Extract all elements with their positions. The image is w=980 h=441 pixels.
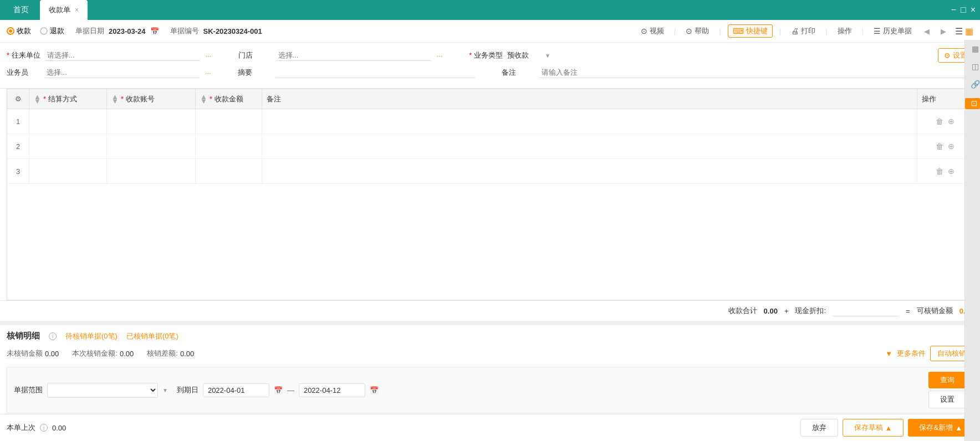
- sort-arrows-account: ▲▼: [111, 95, 119, 104]
- store-input[interactable]: [276, 50, 431, 61]
- query-btn[interactable]: 查询: [928, 372, 966, 388]
- sort-arrows-settlement: ▲▼: [34, 95, 41, 104]
- td-amount-2[interactable]: [196, 134, 262, 158]
- operation-btn[interactable]: 操作: [834, 25, 855, 37]
- sidebar-active-icon[interactable]: ⊡: [965, 98, 980, 109]
- help-btn[interactable]: ⊙ 帮助: [682, 25, 712, 37]
- date-from-input[interactable]: [203, 383, 269, 397]
- td-remark-1[interactable]: [262, 109, 917, 134]
- bottom-notice-label: 本单上次: [7, 423, 35, 433]
- staff-more-icon[interactable]: ···: [205, 69, 211, 77]
- tab-close-icon[interactable]: ×: [75, 6, 79, 14]
- grid-view-icon[interactable]: ▦: [965, 26, 973, 37]
- sidebar-table-icon[interactable]: ▦: [965, 44, 980, 53]
- table-row: 3 🗑 ⊕: [7, 159, 973, 184]
- cancel-diff-label: 核销差额:: [147, 348, 178, 358]
- td-amount-1[interactable]: [196, 109, 262, 134]
- row-copy-icon-3[interactable]: ⊕: [948, 167, 955, 176]
- discard-btn[interactable]: 放弃: [800, 419, 838, 437]
- doc-num-section: 单据编号 SK-20230324-001: [170, 26, 262, 36]
- discount-input[interactable]: [833, 305, 899, 316]
- date-to-input[interactable]: [299, 383, 365, 397]
- biz-type-value: 预收款: [507, 50, 540, 60]
- save-new-btn[interactable]: 保存&新增 ▲: [908, 419, 973, 437]
- td-remark-3[interactable]: [262, 159, 917, 183]
- print-btn[interactable]: 🖨 打印: [788, 25, 819, 37]
- net-label: 可核销金额: [917, 306, 953, 316]
- tab-home[interactable]: 首页: [4, 0, 38, 20]
- current-cancel-label: 本次核销金额:: [72, 348, 118, 358]
- td-account-1[interactable]: [107, 109, 196, 134]
- shortcut-icon: ⌨: [733, 27, 744, 35]
- help-icon: ⊙: [686, 27, 692, 35]
- radio-refund[interactable]: 退款: [40, 26, 64, 36]
- date-range-field: 到期日 📅 — 📅: [177, 383, 379, 397]
- bottom-notice-value: 0.00: [52, 424, 66, 432]
- main-content: 收款 退款 单据日期 2023-03-24 📅 单据编号 SK-20230324…: [0, 20, 980, 441]
- td-settlement-3[interactable]: [29, 159, 107, 183]
- row-delete-icon-2[interactable]: 🗑: [936, 142, 943, 151]
- save-draft-btn[interactable]: 保存草稿 ▲: [843, 419, 904, 437]
- cancel-diff-value: 0.00: [180, 350, 194, 358]
- window-close-icon[interactable]: ×: [971, 5, 976, 15]
- row-delete-icon-1[interactable]: 🗑: [936, 117, 943, 126]
- th-account: ▲▼ 收款账号: [107, 89, 196, 109]
- verify-tab-pending[interactable]: 待核销单据(0笔): [65, 331, 118, 341]
- query-buttons: 查询 设置: [928, 372, 966, 408]
- verify-info-icon[interactable]: i: [49, 332, 57, 340]
- bottom-info-icon[interactable]: i: [40, 424, 48, 432]
- nav-next-icon[interactable]: ▶: [938, 27, 948, 35]
- calendar-icon[interactable]: 📅: [150, 27, 159, 35]
- counterparty-input[interactable]: [45, 50, 200, 61]
- td-remark-2[interactable]: [262, 134, 917, 158]
- toolbar-right: ⊙ 视频 | ⊙ 帮助 | ⌨ 快捷键 | 🖨 打印 | 操作 |: [637, 24, 973, 38]
- row-delete-icon-3[interactable]: 🗑: [936, 167, 943, 176]
- window-maximize-icon[interactable]: □: [961, 5, 966, 15]
- row-copy-icon-2[interactable]: ⊕: [948, 142, 955, 151]
- verify-tab-done[interactable]: 已核销单据(0笔): [126, 331, 178, 341]
- filter-icon[interactable]: ▼: [885, 350, 892, 358]
- td-account-2[interactable]: [107, 134, 196, 158]
- remark-label: 备注: [502, 68, 535, 78]
- td-settlement-2[interactable]: [29, 134, 107, 158]
- save-new-chevron-icon: ▲: [955, 424, 962, 432]
- td-settlement-1[interactable]: [29, 109, 107, 134]
- sidebar-link-icon[interactable]: 🔗: [965, 80, 980, 89]
- range-select[interactable]: [47, 383, 158, 398]
- td-account-3[interactable]: [107, 159, 196, 183]
- sidebar-doc-icon[interactable]: ◫: [965, 62, 980, 71]
- video-btn[interactable]: ⊙ 视频: [637, 25, 667, 37]
- summary-label: 摘要: [238, 68, 271, 78]
- counterparty-more-icon[interactable]: ···: [206, 52, 212, 60]
- table-settings-icon[interactable]: ⚙: [7, 89, 29, 109]
- history-btn[interactable]: ☰ 历史单据: [870, 25, 915, 37]
- filter-row: 单据范围 ▼ 到期日 📅 — 📅 查询 设置: [7, 367, 973, 413]
- list-view-icon[interactable]: ☰: [955, 26, 963, 37]
- radio-receipt[interactable]: 收款: [7, 26, 31, 36]
- table-row: 1 🗑 ⊕: [7, 109, 973, 134]
- range-chevron-icon: ▼: [162, 387, 168, 393]
- summary-input[interactable]: [275, 67, 475, 78]
- store-more-icon[interactable]: ···: [437, 52, 443, 60]
- due-date-label: 到期日: [177, 385, 198, 395]
- window-minimize-icon[interactable]: −: [951, 5, 956, 15]
- biz-type-chevron-icon[interactable]: ▼: [545, 53, 550, 59]
- nav-prev-icon[interactable]: ◀: [922, 27, 932, 35]
- video-icon: ⊙: [641, 27, 647, 35]
- shortcut-btn[interactable]: ⌨ 快捷键: [728, 24, 773, 38]
- date-to-calendar-icon[interactable]: 📅: [370, 386, 379, 394]
- doc-date-section: 单据日期 2023-03-24 📅: [75, 26, 159, 36]
- more-conditions-link[interactable]: 更多条件: [897, 348, 926, 358]
- right-sidebar: ▦ ◫ 🔗 ⊡: [964, 40, 980, 441]
- sort-arrows-amount: ▲▼: [200, 95, 207, 104]
- tab-receipt[interactable]: 收款单 ×: [40, 0, 88, 20]
- equals-sign: =: [906, 307, 910, 315]
- remark-input[interactable]: [539, 67, 973, 78]
- row-copy-icon-1[interactable]: ⊕: [948, 117, 955, 126]
- total-label: 收款合计: [728, 306, 757, 316]
- staff-input[interactable]: [44, 67, 200, 78]
- td-amount-3[interactable]: [196, 159, 262, 183]
- date-from-calendar-icon[interactable]: 📅: [274, 386, 283, 394]
- verify-settings-btn[interactable]: 设置: [928, 391, 966, 408]
- staff-label: 业务员: [7, 68, 40, 78]
